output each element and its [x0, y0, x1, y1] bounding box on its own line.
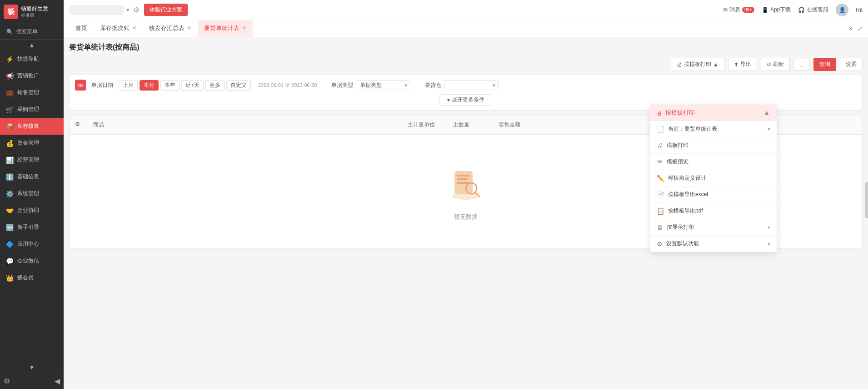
topbar-gear-icon[interactable]: ⚙ — [133, 5, 140, 14]
display-print-arrow: ▾ — [768, 224, 770, 231]
logo-icon: 畅 — [4, 5, 18, 19]
trial-btn[interactable]: 体验行业方案 — [144, 4, 188, 16]
tab-batch-account[interactable]: 库存批次账 ✕ — [94, 20, 143, 37]
sidebar-footer: ⚙ ◀ — [0, 373, 64, 389]
dropdown-template-print[interactable]: 🖨 模板打印 — [650, 137, 777, 154]
sidebar-item-sales[interactable]: 💼 销售管理 — [0, 84, 64, 101]
export-icon: ⬆ — [734, 61, 738, 68]
dropdown-display-print[interactable]: 🖥 按显示打印 ▾ — [650, 219, 777, 236]
date-btn-7days[interactable]: 近7天 — [181, 80, 204, 91]
message-btn[interactable]: ✉ 消息 99+ — [723, 6, 754, 14]
apps-icon: 🔷 — [5, 241, 14, 248]
filter-row: ≫ 单据日期 上月 本月 本年 近7天 更多 自定义 2023-06-01 至 … — [75, 80, 857, 91]
default-func-arrow: ▾ — [768, 241, 770, 247]
svg-rect-3 — [457, 178, 468, 180]
sidebar-item-marketing[interactable]: 📢 营销推广 — [0, 67, 64, 84]
date-buttons: 上月 本月 本年 近7天 更多 自定义 — [119, 80, 251, 91]
print-dropdown-menu: 🖨 按模板打印 ▲ 📄 当前：要货单统计表 ▾ 🖨 模板打印 — [650, 105, 777, 253]
export-btn[interactable]: ⬆ 导出 — [728, 58, 757, 71]
goods-select[interactable] — [444, 80, 499, 90]
sidebar-nav: ⚡ 快捷导航 📢 营销推广 💼 销售管理 🛒 采购管理 📦 库存核算 💰 资金管… — [0, 51, 64, 362]
col-goods: 商品 — [88, 119, 402, 131]
col-settings[interactable]: ⚙ — [70, 119, 88, 131]
dropdown-template-preview[interactable]: 👁 模板预览 — [650, 154, 777, 170]
settings-icon[interactable]: ⚙ — [4, 377, 10, 385]
refresh-icon: ↺ — [767, 61, 771, 68]
sidebar-item-apps[interactable]: 🔷 应用中心 — [0, 236, 64, 253]
topbar-dropdown-icon[interactable]: ▾ — [126, 6, 130, 13]
print-dropdown-arrow: ▲ — [713, 61, 718, 68]
marketing-icon: 📢 — [5, 72, 14, 80]
sidebar-item-purchase[interactable]: 🛒 采购管理 — [0, 101, 64, 118]
type-select[interactable]: 单据类型 — [356, 80, 410, 90]
quick-nav-icon: ⚡ — [5, 56, 14, 63]
dropdown-close-btn[interactable]: ▲ — [763, 109, 770, 117]
settings-btn[interactable]: 设置 — [840, 58, 863, 71]
sidebar-item-basic[interactable]: ℹ️ 基础信息 — [0, 168, 64, 185]
purchase-icon: 🛒 — [5, 106, 14, 113]
enterprise-icon: 🤝 — [5, 207, 14, 214]
sidebar-item-member[interactable]: 👑 畅会员 — [0, 269, 64, 286]
page-title: 要货单统计表(按商品) — [69, 43, 863, 52]
topbar-right: ✉ 消息 99+ 📱 App下载 🎧 在线客服 👤 Rit — [723, 4, 863, 16]
username[interactable]: Rit — [856, 7, 863, 13]
wechat-icon: 💬 — [5, 258, 14, 265]
dropdown-export-excel[interactable]: 📄 按模板导出excel — [650, 187, 777, 203]
sidebar-scroll-down[interactable]: ▼ — [0, 362, 64, 373]
col-amount: 零售金额 — [493, 119, 548, 131]
sidebar-item-system[interactable]: ⚙️ 系统管理 — [0, 185, 64, 202]
sidebar-scroll-up[interactable]: ▲ — [0, 40, 64, 51]
tab-maximize-icon[interactable]: ⤢ — [857, 25, 863, 32]
tab-close-all-icon[interactable]: ✕ — [848, 25, 853, 32]
main-area: ▾ ⚙ 体验行业方案 ✉ 消息 99+ 📱 App下载 🎧 在线客服 👤 Rit — [64, 0, 868, 389]
date-btn-more[interactable]: 更多 — [205, 80, 224, 91]
topbar-search-input[interactable] — [69, 5, 124, 15]
topbar: ▾ ⚙ 体验行业方案 ✉ 消息 99+ 📱 App下载 🎧 在线客服 👤 Rit — [64, 0, 868, 20]
collapse-icon[interactable]: ◀ — [55, 377, 60, 385]
sidebar-item-inventory[interactable]: 📦 库存核算 — [0, 118, 64, 135]
sidebar-item-finance[interactable]: 💰 资金管理 — [0, 135, 64, 152]
dropdown-export-pdf[interactable]: 📋 按模板导出pdf — [650, 203, 777, 219]
logo-text: 畅通好生意 标准版 — [21, 5, 48, 19]
template-preview-icon: 👁 — [657, 158, 663, 166]
sidebar-item-operations[interactable]: 📊 经营管理 — [0, 152, 64, 168]
print-icon: 🖨 — [677, 61, 682, 68]
date-btn-current-month[interactable]: 本月 — [140, 80, 159, 91]
date-btn-current-year[interactable]: 本年 — [160, 80, 180, 91]
tab-home[interactable]: 首页 — [69, 20, 94, 37]
sidebar-item-guide[interactable]: 🆕 新手引导 — [0, 219, 64, 236]
sidebar-item-wechat[interactable]: 💬 企业微信 — [0, 253, 64, 269]
dropdown-template-custom[interactable]: ✏️ 模板自定义设计 — [650, 170, 777, 187]
template-custom-icon: ✏️ — [657, 175, 664, 182]
tab-receipt-summary[interactable]: 收发存汇总表 ✕ — [143, 20, 198, 37]
tab-close-receipt[interactable]: ✕ — [187, 25, 191, 31]
system-icon: ⚙️ — [5, 190, 14, 197]
tab-close-order[interactable]: ✕ — [242, 25, 246, 31]
finance-icon: 💰 — [5, 140, 14, 147]
filter-toggle-btn[interactable]: ≫ — [75, 80, 86, 91]
more-btn[interactable]: ... — [793, 59, 810, 71]
app-download-btn[interactable]: 📱 App下载 — [762, 6, 791, 14]
export-pdf-icon: 📋 — [657, 207, 664, 215]
avatar[interactable]: 👤 — [836, 4, 848, 16]
basic-icon: ℹ️ — [5, 173, 14, 181]
dropdown-default-function[interactable]: ⚙ 设置默认功能 ▾ — [650, 236, 777, 252]
content-area: 要货单统计表(按商品) 🖨 按模板打印 ▲ ⬆ 导出 ↺ 刷新 ... 查询 设… — [64, 37, 868, 389]
tab-order-stats[interactable]: 要货单统计表 ✕ — [198, 20, 253, 37]
print-btn[interactable]: 🖨 按模板打印 ▲ — [671, 58, 724, 71]
refresh-btn[interactable]: ↺ 刷新 — [761, 58, 790, 71]
sidebar-search[interactable]: 🔍 搜索菜单 — [0, 24, 64, 40]
empty-image — [443, 162, 489, 207]
date-btn-custom[interactable]: 自定义 — [226, 80, 251, 91]
online-service-btn[interactable]: 🎧 在线客服 — [798, 6, 828, 14]
query-btn[interactable]: 查询 — [813, 58, 836, 71]
dropdown-current-item[interactable]: 📄 当前：要货单统计表 ▾ — [650, 121, 777, 137]
scrollbar-handle[interactable] — [865, 182, 868, 218]
sidebar-item-quick-nav[interactable]: ⚡ 快捷导航 — [0, 51, 64, 67]
tab-close-batch[interactable]: ✕ — [132, 25, 136, 31]
expand-btn[interactable]: ▾ 展开更多条件 — [439, 94, 492, 106]
current-icon: 📄 — [657, 126, 664, 133]
date-btn-prev-month[interactable]: 上月 — [119, 80, 138, 91]
sidebar-item-enterprise[interactable]: 🤝 企业协同 — [0, 202, 64, 219]
current-arrow: ▾ — [768, 126, 770, 132]
